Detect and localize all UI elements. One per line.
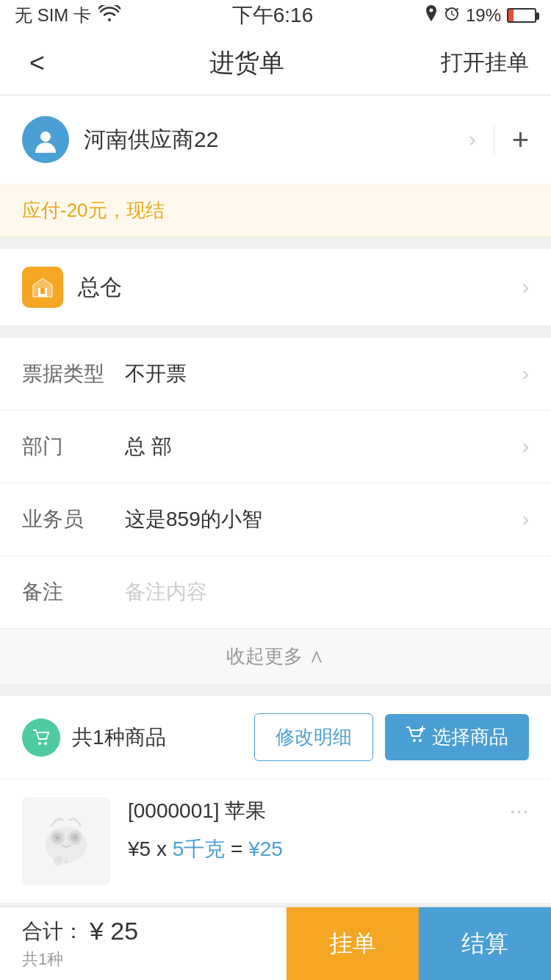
main-content: 河南供应商22 › + 应付-20元，现结 总仓 › 票据类型 不开票 ›: [0, 96, 551, 980]
dept-label: 部门: [22, 433, 125, 461]
svg-point-5: [44, 742, 47, 745]
product-unit-price: ¥5: [128, 837, 151, 860]
battery-percent: 19%: [466, 5, 501, 26]
alarm-icon: [444, 5, 460, 26]
product-section: 共1种商品 修改明细 选择商品: [0, 696, 551, 903]
nav-bar: < 进货单 打开挂单: [0, 31, 551, 96]
total-main: 合计： ¥ 25: [22, 917, 264, 945]
staff-row[interactable]: 业务员 这是859的小智 ›: [0, 483, 551, 555]
invoice-row[interactable]: 票据类型 不开票 ›: [0, 337, 551, 410]
supplier-row[interactable]: 河南供应商22 › +: [0, 96, 551, 184]
product-item: 睿+ [0000001] 苹果 ¥5 x 5千克 = ¥25 ···: [0, 779, 551, 903]
battery-fill: [508, 10, 514, 21]
supplier-notice: 应付-20元，现结: [0, 184, 551, 237]
supplier-name: 河南供应商22: [84, 125, 469, 155]
edit-detail-button[interactable]: 修改明细: [254, 713, 373, 761]
bottom-bar: 合计： ¥ 25 共1种 挂单 结算: [0, 907, 551, 980]
supplier-avatar: [22, 116, 69, 163]
checkout-button[interactable]: 结算: [419, 907, 551, 981]
total-amount: ¥ 25: [90, 917, 138, 945]
supplier-chevron-icon: ›: [469, 128, 475, 151]
form-section: 票据类型 不开票 › 部门 总 部 › 业务员 这是859的小智 › 备注 备注…: [0, 337, 551, 684]
total-label: 合计：: [22, 918, 84, 945]
svg-point-13: [56, 836, 59, 839]
svg-point-1: [40, 131, 51, 142]
total-sub: 共1种: [22, 948, 264, 970]
svg-rect-3: [40, 288, 45, 294]
back-button[interactable]: <: [22, 40, 52, 86]
open-hang-button[interactable]: 打开挂单: [441, 48, 529, 78]
warehouse-chevron-icon: ›: [522, 275, 529, 299]
staff-label: 业务员: [22, 505, 125, 533]
divider: [494, 125, 494, 154]
invoice-value: 不开票: [125, 360, 522, 388]
product-equals: =: [231, 837, 248, 860]
remark-label: 备注: [22, 578, 125, 606]
wifi-icon: [98, 5, 120, 26]
invoice-label: 票据类型: [22, 360, 125, 388]
select-icon: [406, 726, 426, 749]
product-cart-icon: [22, 718, 60, 757]
product-total: ¥25: [248, 837, 283, 860]
svg-text:睿+: 睿+: [53, 855, 69, 867]
staff-chevron-icon: ›: [522, 508, 529, 531]
product-more-button[interactable]: ···: [497, 797, 529, 824]
warehouse-icon: [22, 267, 63, 308]
dept-chevron-icon: ›: [522, 435, 529, 458]
warehouse-name: 总仓: [78, 273, 522, 303]
status-left: 无 SIM 卡: [15, 4, 120, 27]
page-title: 进货单: [209, 46, 284, 80]
warehouse-section[interactable]: 总仓 ›: [0, 249, 551, 325]
product-quantity: 5千克: [173, 837, 226, 860]
dept-value: 总 部: [125, 433, 522, 461]
warehouse-row[interactable]: 总仓 ›: [0, 249, 551, 325]
status-bar: 无 SIM 卡 下午6:16 19%: [0, 0, 551, 31]
svg-point-4: [38, 742, 41, 745]
dept-row[interactable]: 部门 总 部 ›: [0, 410, 551, 483]
status-right: 19%: [425, 5, 536, 26]
select-product-button[interactable]: 选择商品: [385, 714, 529, 760]
battery-icon: [507, 8, 536, 23]
product-name: [0000001] 苹果: [128, 797, 497, 825]
invoice-chevron-icon: ›: [522, 362, 529, 386]
bottom-total: 合计： ¥ 25 共1种: [0, 917, 287, 970]
status-time: 下午6:16: [232, 1, 314, 29]
svg-point-7: [419, 739, 422, 742]
product-header: 共1种商品 修改明细 选择商品: [0, 696, 551, 779]
svg-point-14: [73, 836, 76, 839]
add-icon[interactable]: +: [512, 123, 529, 156]
select-product-label: 选择商品: [432, 724, 508, 750]
location-icon: [425, 5, 438, 26]
product-info: [0000001] 苹果 ¥5 x 5千克 = ¥25: [128, 797, 497, 863]
remark-row[interactable]: 备注 备注内容: [0, 555, 551, 628]
product-price: ¥5 x 5千克 = ¥25: [128, 835, 497, 863]
product-count: 共1种商品: [72, 724, 254, 752]
hang-button[interactable]: 挂单: [287, 907, 419, 981]
collapse-bar[interactable]: 收起更多 ∧: [0, 628, 551, 684]
product-multiply: x: [156, 837, 173, 860]
remark-placeholder[interactable]: 备注内容: [125, 578, 529, 606]
staff-value: 这是859的小智: [125, 505, 522, 533]
product-thumbnail: 睿+: [22, 797, 110, 885]
svg-point-6: [413, 739, 416, 742]
supplier-section: 河南供应商22 › + 应付-20元，现结: [0, 96, 551, 237]
sim-label: 无 SIM 卡: [15, 4, 91, 27]
